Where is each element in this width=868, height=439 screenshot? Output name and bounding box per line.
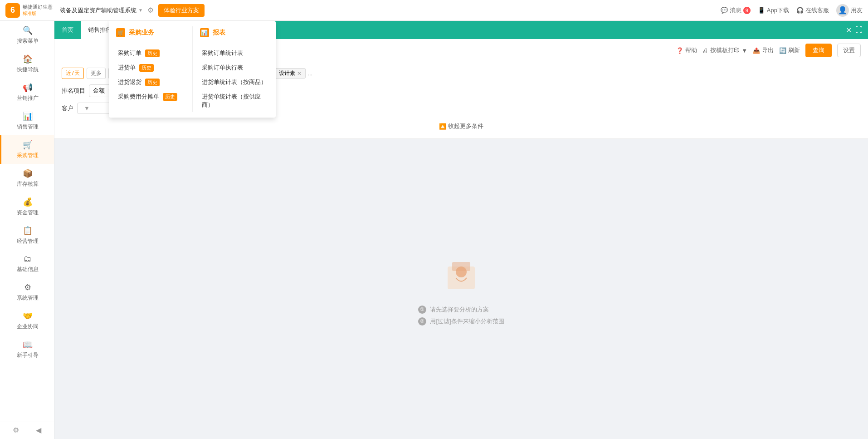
sidebar-item-quick-nav[interactable]: 🏠 快捷导航	[0, 49, 54, 78]
help-icon: ❓	[676, 47, 683, 54]
dropdown-item-inbound-goods[interactable]: 进货单统计表（按商品）	[200, 75, 269, 89]
header-center: 装备及固定资产辅助管理系统 ▼ ⚙ 体验行业方案	[60, 4, 721, 17]
logo-badge: 标准版	[23, 10, 53, 17]
sidebar-item-basic-info[interactable]: 🗂 基础信息	[0, 250, 54, 278]
sidebar-item-sales[interactable]: 📊 销售管理	[0, 107, 54, 135]
message-icon: 💬	[721, 7, 728, 14]
sidebar-bottom: ⚙ ◀	[0, 421, 54, 439]
dropdown-columns: 🛒 采购业务 采购订单 历史 进货单 历史 进货退货 历史	[109, 26, 276, 112]
system-title[interactable]: 装备及固定资产辅助管理系统 ▼	[60, 6, 143, 15]
svg-point-2	[456, 266, 467, 277]
headset-icon: 🎧	[796, 7, 804, 14]
history-badge: 历史	[145, 79, 160, 86]
empty-state: ① 请先选择要分析的方案 ② 用[过滤]条件来缩小分析范围	[54, 139, 868, 439]
purchase-icon: 🛒	[23, 140, 33, 150]
chevron-down-icon: ▼	[84, 105, 90, 112]
tab-actions: ✕ ⛶	[840, 21, 868, 39]
home-icon: 🏠	[23, 54, 33, 64]
content-area: 首页 销售排行榜 ✕ ✕ ⛶ ❓ 帮助 🖨 按模板打印	[54, 21, 868, 439]
sidebar-item-purchase[interactable]: 🛒 采购管理	[0, 135, 54, 164]
settings-icon[interactable]: ⚙	[147, 6, 154, 15]
logo-text: 畅捷通好生意	[23, 4, 53, 10]
empty-tip-2: ② 用[过滤]条件来缩小分析范围	[418, 317, 504, 326]
dropdown-item-expense[interactable]: 采购费用分摊单 历史	[116, 89, 185, 104]
filter-goods-control: 设计素 ✕ ...	[275, 68, 350, 79]
search-icon: 🔍	[23, 25, 33, 35]
main-layout: 🔍 搜索菜单 🏠 快捷导航 📢 营销推广 📊 销售管理 🛒 采购管理 📦 库存核…	[0, 21, 868, 439]
refresh-icon: 🔄	[779, 47, 786, 54]
sidebar-item-operations[interactable]: 📋 经营管理	[0, 221, 54, 250]
dropdown-item-inbound-supplier[interactable]: 进货单统计表（按供应商）	[200, 89, 269, 112]
marketing-icon: 📢	[23, 83, 33, 93]
phone-icon: 📱	[758, 7, 765, 14]
goods-tag: 设计素 ✕	[275, 68, 306, 79]
export-icon: 📤	[753, 47, 760, 54]
empty-text: ① 请先选择要分析的方案 ② 用[过滤]条件来缩小分析范围	[418, 306, 504, 326]
online-service-btn[interactable]: 🎧 在线客服	[796, 6, 829, 15]
collapse-btn[interactable]: 🔼 收起更多条件	[436, 119, 486, 133]
empty-tip-1: ① 请先选择要分析的方案	[418, 306, 489, 314]
inventory-icon: 📦	[23, 168, 33, 178]
collapse-icon: 🔼	[439, 123, 446, 130]
operations-icon: 📋	[23, 226, 33, 236]
help-btn[interactable]: ❓ 帮助	[676, 46, 697, 54]
purchase-col-icon: 🛒	[116, 28, 125, 37]
date-btn-more[interactable]: 更多	[87, 68, 106, 79]
sidebar-item-cooperation[interactable]: 🤝 企业协同	[0, 306, 54, 335]
basic-info-icon: 🗂	[24, 254, 32, 264]
industry-btn[interactable]: 体验行业方案	[158, 4, 205, 17]
empty-illustration	[439, 253, 484, 298]
app-download-btn[interactable]: 📱 App下载	[758, 6, 789, 15]
dropdown-report-header: 📊 报表	[200, 26, 269, 42]
history-badge: 历史	[139, 64, 154, 72]
system-icon: ⚙	[24, 282, 31, 292]
sidebar-collapse-btn[interactable]: ◀	[36, 426, 41, 434]
dropdown-item-return[interactable]: 进货退货 历史	[116, 75, 185, 89]
finance-icon: 💰	[23, 197, 33, 207]
sidebar-item-inventory[interactable]: 📦 库存核算	[0, 164, 54, 192]
tab-home[interactable]: 首页	[54, 21, 81, 39]
sidebar-settings-btn[interactable]: ⚙	[13, 426, 19, 434]
logo-area: 6 畅捷通好生意 标准版	[5, 3, 60, 18]
header-right: 💬 消息 9 📱 App下载 🎧 在线客服 👤 用友	[721, 4, 863, 17]
avatar: 👤	[836, 4, 849, 17]
sidebar-item-search[interactable]: 🔍 搜索菜单	[0, 21, 54, 49]
sidebar-item-system[interactable]: ⚙ 系统管理	[0, 278, 54, 306]
sidebar-item-guide[interactable]: 📖 新手引导	[0, 335, 54, 364]
goods-tag-close-icon[interactable]: ✕	[297, 70, 302, 77]
dropdown-item-purchase-order[interactable]: 采购订单 历史	[116, 46, 185, 60]
sidebar: 🔍 搜索菜单 🏠 快捷导航 📢 营销推广 📊 销售管理 🛒 采购管理 📦 库存核…	[0, 21, 54, 439]
tab-fullscreen-btn[interactable]: ⛶	[855, 26, 863, 34]
dropdown-item-order-stats[interactable]: 采购订单统计表	[200, 46, 269, 60]
sidebar-item-finance[interactable]: 💰 资金管理	[0, 192, 54, 221]
dropdown-item-order-exec[interactable]: 采购订单执行表	[200, 60, 269, 75]
refresh-btn[interactable]: 🔄 刷新	[779, 46, 800, 54]
history-badge: 历史	[163, 93, 177, 101]
query-btn[interactable]: 查询	[805, 44, 832, 57]
logo-text-area: 畅捷通好生意 标准版	[23, 4, 53, 16]
tab-close-all-btn[interactable]: ✕	[846, 26, 852, 35]
goods-ellipsis[interactable]: ...	[307, 70, 312, 77]
print-arrow-icon: ▼	[741, 47, 747, 54]
chevron-down-icon: ▼	[138, 8, 143, 13]
print-icon: 🖨	[702, 47, 708, 54]
purchase-dropdown-menu: 🛒 采购业务 采购订单 历史 进货单 历史 进货退货 历史	[109, 21, 276, 118]
sidebar-item-marketing[interactable]: 📢 营销推广	[0, 78, 54, 107]
message-btn[interactable]: 💬 消息 9	[721, 6, 751, 15]
user-area[interactable]: 👤 用友	[836, 4, 863, 17]
report-col-icon: 📊	[200, 28, 209, 37]
dropdown-purchase-header: 🛒 采购业务	[116, 26, 185, 42]
guide-icon: 📖	[23, 340, 33, 350]
dropdown-report-col: 📊 报表 采购订单统计表 采购订单执行表 进货单统计表（按商品） 进货单统计表（…	[192, 26, 276, 112]
print-btn[interactable]: 🖨 按模板打印 ▼	[702, 46, 747, 54]
dropdown-purchase-col: 🛒 采购业务 采购订单 历史 进货单 历史 进货退货 历史	[109, 26, 192, 112]
settings-btn[interactable]: 设置	[837, 44, 861, 57]
sales-icon: 📊	[23, 111, 33, 121]
dropdown-item-inbound[interactable]: 进货单 历史	[116, 60, 185, 75]
logo-icon: 6	[5, 3, 20, 18]
cooperation-icon: 🤝	[23, 311, 33, 321]
message-badge: 9	[743, 7, 751, 14]
date-btn-7days[interactable]: 近7天	[62, 68, 84, 79]
export-btn[interactable]: 📤 导出	[753, 46, 774, 54]
history-badge: 历史	[145, 49, 160, 57]
